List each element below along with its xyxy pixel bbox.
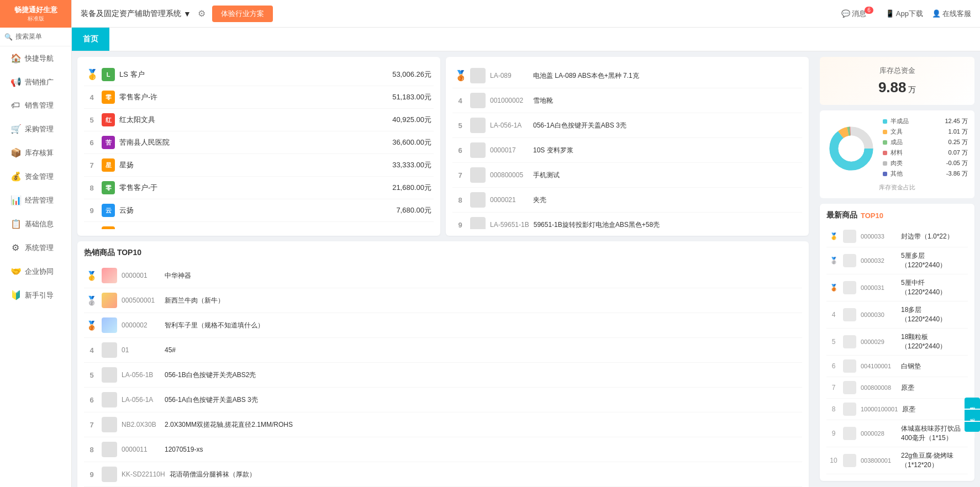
service-icon: 👤 <box>932 9 941 18</box>
sidebar-item-quick-nav[interactable]: 🏠 快捷导航 <box>0 46 71 70</box>
tab-home[interactable]: 首页 <box>72 28 109 51</box>
prod-rank-9: 9 LA-59651-1B 59651-1B旋转投影灯电池盒ABS黑色+58壳 <box>452 213 802 229</box>
hp-5: 5 LA-056-1B 056-1B白色按键开关壳ABS2壳 <box>84 363 802 388</box>
rank-num-8: 8 <box>86 184 97 192</box>
sidebar-item-guide[interactable]: 🔰 新手引导 <box>0 283 71 307</box>
lp-img-1 <box>843 230 856 243</box>
sidebar-item-finance[interactable]: 💰 资金管理 <box>0 165 71 188</box>
sidebar-item-purchase[interactable]: 🛒 采购管理 <box>0 117 71 141</box>
float-service-community[interactable]: 服务社区 <box>965 410 980 421</box>
hp-img-4 <box>102 342 117 358</box>
rank-amount-3: 40,925.00元 <box>392 115 431 125</box>
lp-item-3: 🥉 0000031 5厘中纤（1220*2440） <box>826 274 968 301</box>
hp-8: 8 0000011 12070519-xs <box>84 437 802 462</box>
topbar: 装备及固定资产辅助管理系统 ▼ ⚙ 体验行业方案 💬 消息 6 📱 App下载 … <box>72 0 980 28</box>
prod-name-3: 电池盖 LA-089 ABS本色+黑种 7.1克 <box>533 71 800 81</box>
sidebar-label-company: 企业协同 <box>25 267 54 277</box>
lp-img-4 <box>843 308 856 321</box>
inventory-label: 库存总资金 <box>829 66 966 76</box>
sidebar-item-inventory[interactable]: 📦 库存核算 <box>0 141 71 165</box>
operation-icon: 📊 <box>10 195 20 205</box>
prod-code-7: 000800005 <box>490 171 529 179</box>
message-action[interactable]: 💬 消息 6 <box>841 9 877 19</box>
legend-semichanpin: 半成品 12.45 万 <box>883 117 968 125</box>
online-service-action[interactable]: 👤 在线客服 <box>932 9 971 19</box>
sidebar: 畅捷通好生意 标准版 🔍 搜索菜单 🏠 快捷导航 📢 营销推广 🏷 销售管理 🛒… <box>0 0 72 487</box>
float-service-live[interactable]: 直播 <box>965 422 980 432</box>
marketing-icon: 📢 <box>10 77 20 87</box>
finance-icon: 💰 <box>10 171 20 182</box>
sidebar-label-basic: 基础信息 <box>25 219 54 229</box>
rank-badge-2: 零 <box>102 91 115 104</box>
rank-name-8: 肖总 <box>119 228 392 229</box>
hp-img-7 <box>102 417 117 432</box>
customer-ranking-scroll[interactable]: 🥇 L LS 客户 53,006.26元 4 零 零售客户-许 51,183.0… <box>84 63 434 229</box>
sidebar-label-system: 系统管理 <box>25 243 54 253</box>
prod-img-5 <box>470 118 486 133</box>
prod-code-6: 0000017 <box>490 146 529 154</box>
prod-num-6: 6 <box>455 146 466 155</box>
search-menu[interactable]: 🔍 搜索菜单 <box>0 28 71 46</box>
lp-item-2: 🥈 0000032 5厘多层（1220*2440） <box>826 247 968 274</box>
prod-num-5: 5 <box>455 121 466 130</box>
donut-container: 半成品 12.45 万 文具 1.01 万 成品 0.25 万 <box>826 117 968 180</box>
prod-rank-7: 7 000800005 手机测试 <box>452 163 802 188</box>
prod-num-9: 9 <box>455 221 466 229</box>
prod-img-9 <box>470 217 486 229</box>
sidebar-item-sales[interactable]: 🏷 销售管理 <box>0 94 71 117</box>
rank-name-6: 零售客户-于 <box>119 183 388 193</box>
sidebar-label-purchase: 采购管理 <box>25 124 54 134</box>
prod-code-3: LA-089 <box>490 72 529 80</box>
sidebar-item-basic[interactable]: 📋 基础信息 <box>0 212 71 236</box>
sidebar-item-company[interactable]: 🤝 企业协同 <box>0 260 71 283</box>
rank-item-6: 8 零 零售客户-于 21,680.00元 <box>84 177 434 199</box>
right-panel: 库存总资金 9.88 万 <box>814 51 980 487</box>
legend-dot-2 <box>883 130 887 134</box>
prod-num-4: 4 <box>455 97 466 105</box>
sidebar-item-operation[interactable]: 📊 经营管理 <box>0 188 71 212</box>
product-top10-scroll[interactable]: 🥉 LA-089 电池盖 LA-089 ABS本色+黑种 7.1克 4 0010… <box>452 63 802 229</box>
lp-img-10 <box>843 454 856 467</box>
rank-amount-7: 7,680.00元 <box>396 205 431 215</box>
sidebar-item-marketing[interactable]: 📢 营销推广 <box>0 70 71 94</box>
rank-item-8: 10 肖 肖总 7,563.00元 <box>84 222 434 229</box>
gear-icon[interactable]: ⚙ <box>198 8 206 19</box>
hot-products-title: 热销商品 TOP10 <box>84 248 802 258</box>
experience-btn[interactable]: 体验行业方案 <box>212 6 273 22</box>
message-icon: 💬 <box>841 9 850 18</box>
rank-name-1: LS 客户 <box>119 70 388 80</box>
rank-item-3: 5 红 红太阳文具 40,925.00元 <box>84 109 434 131</box>
lp-item-10: 10 003800001 22g鱼豆腐·烧烤味（1*12*20） <box>826 447 968 474</box>
sidebar-label-operation: 经营管理 <box>25 195 54 205</box>
rank-name-2: 零售客户-许 <box>119 92 388 102</box>
sidebar-label-quick-nav: 快捷导航 <box>25 54 54 63</box>
hp-img-1 <box>102 268 117 283</box>
lp-item-8: 8 10000100001 原垄 <box>826 399 968 420</box>
rank-num-5: 5 <box>86 116 97 124</box>
rank-item-2: 4 零 零售客户-许 51,183.00元 <box>84 86 434 109</box>
rank-item-4: 6 苦 苦南县人民医院 36,600.00元 <box>84 131 434 154</box>
rank-badge-7: 云 <box>102 204 115 217</box>
product-rank-list-right: 🥉 LA-089 电池盖 LA-089 ABS本色+黑种 7.1克 4 0010… <box>452 63 802 229</box>
rank-name-7: 云扬 <box>119 205 392 215</box>
content-area: 🥇 L LS 客户 53,006.26元 4 零 零售客户-许 51,183.0… <box>72 51 980 487</box>
hp-img-8 <box>102 442 117 457</box>
online-service-label: 在线客服 <box>942 9 971 19</box>
prod-name-5: 056-1A白色按键开关盖ABS 3壳 <box>533 121 800 130</box>
prod-code-5: LA-056-1A <box>490 121 529 129</box>
hot-products-list: 🥇 0000001 中华神器 🥈 000500001 新西兰牛肉（新牛） 🥉 <box>84 263 802 487</box>
prod-img-4 <box>470 93 486 108</box>
rank-amount-1: 53,006.26元 <box>392 70 431 80</box>
rank-badge-3: 红 <box>102 113 115 126</box>
sidebar-label-marketing: 营销推广 <box>25 77 54 87</box>
sidebar-item-system[interactable]: ⚙ 系统管理 <box>0 236 71 260</box>
app-download-action[interactable]: 📱 App下载 <box>886 9 923 19</box>
rank-badge-6: 零 <box>102 181 115 194</box>
latest-products-card: 最新商品 TOP10 🥇 0000033 封边带（1.0*22） 🥈 00000… <box>820 204 974 481</box>
system-title-dropdown[interactable]: 装备及固定资产辅助管理系统 ▼ <box>81 9 191 19</box>
rank-num-4: 4 <box>86 93 97 102</box>
hp-6: 6 LA-056-1A 056-1A白色按键开关盖ABS 3壳 <box>84 388 802 412</box>
inventory-amount: 9.88 <box>878 79 907 96</box>
sidebar-label-finance: 资金管理 <box>25 172 54 182</box>
float-service-hotline[interactable]: 客服热线 <box>965 398 980 409</box>
